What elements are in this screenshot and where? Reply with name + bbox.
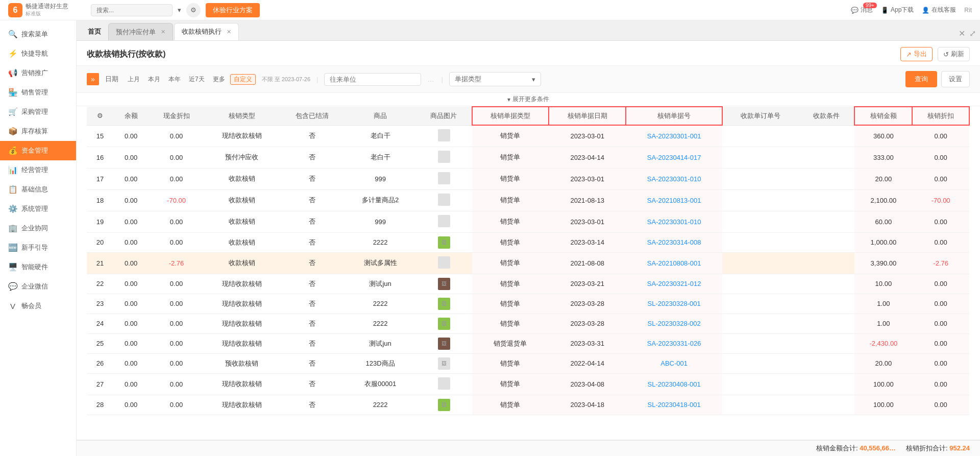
cell-goods: 999 [345,168,416,189]
doc-no-link[interactable]: SA-20230331-026 [647,340,701,347]
cell-goods-img: 🖼 [416,232,472,252]
settings-gear-icon[interactable]: ⚙ [186,3,201,17]
cell-write-off-type: 现结收款核销 [204,274,280,294]
industry-solution-button[interactable]: 休验行业方案 [206,3,260,17]
cell-write-off-type: 预付冲应收 [204,147,280,168]
filter-settings-button[interactable]: 设置 [941,71,970,87]
top-search-input[interactable] [91,4,173,16]
marketing-icon: 📢 [8,68,17,78]
cell-cash-discount: 0.00 [149,147,204,168]
cell-receipt-no [722,373,798,395]
doc-no-link[interactable]: SA-20230301-001 [647,132,701,140]
partner-filter-input[interactable] [324,73,421,86]
cell-doc-type: 销货单 [472,125,549,147]
cell-discount: 0.00 [912,333,969,353]
date-custom-btn[interactable]: 自定义 [230,74,256,85]
app-download-button[interactable]: 📱 App下载 [881,6,914,14]
tab-collection[interactable]: 收款核销执行 ✕ [174,23,239,40]
tab-home[interactable]: 首页 [81,23,108,40]
cell-doc-type: 销货单 [472,147,549,168]
doc-no-link[interactable]: SA-20230314-008 [647,238,701,246]
cell-receipt-no [722,211,798,232]
col-header-balance: 余额 [113,107,149,125]
col-header-gear[interactable]: ⚙ [87,107,113,125]
sidebar-item-hardware[interactable]: 🖥️ 智能硬件 [0,257,76,277]
doc-no-link[interactable]: SA-20230321-012 [647,280,701,287]
sidebar-item-marketing[interactable]: 📢 营销推广 [0,63,76,83]
sidebar-item-guide[interactable]: 🆕 新手引导 [0,238,76,257]
tab-prepay[interactable]: 预付冲应付单 ✕ [108,23,173,40]
expand-more-bar[interactable]: ▾ 展开更多条件 [77,93,980,106]
message-count-badge: 99+ [863,3,877,8]
sidebar-item-sales[interactable]: 🏪 销售管理 [0,83,76,102]
sidebar-item-finance[interactable]: 💰 资金管理 [0,141,76,160]
cell-goods-img [416,373,472,395]
cell-write-off-type: 现结收款核销 [204,373,280,395]
doc-no-link[interactable]: SA-20230301-010 [647,175,701,183]
sidebar-item-basic[interactable]: 📋 基础信息 [0,180,76,199]
doc-no-link[interactable]: SA-20230414-017 [647,154,701,161]
doc-no-link[interactable]: ABC-001 [660,359,688,367]
tab-expand-icon[interactable]: ⤢ [969,29,976,38]
cell-discount: 0.00 [912,353,969,373]
tab-prepay-close-icon[interactable]: ✕ [161,29,165,35]
cell-amount: 60.00 [854,211,912,232]
cell-write-off-type: 收款核销 [204,232,280,252]
date-this-month-btn[interactable]: 本月 [145,74,163,85]
sidebar-item-search[interactable]: 🔍 搜索菜单 [0,25,76,44]
date-more-btn[interactable]: 更多 [210,74,228,85]
cell-doc-type: 销货单 [472,353,549,373]
cell-goods: 2222 [345,395,416,415]
top-bar-right: 💬 消息 99+ 📱 App下载 👤 在线客服 Rit [851,6,972,14]
doc-no-link[interactable]: SA-20210808-001 [647,259,701,267]
doc-type-filter-select[interactable]: 单据类型 ▾ [449,72,541,86]
sidebar-item-operation[interactable]: 📊 经营管理 [0,160,76,180]
cell-doc-no: SA-20230301-001 [626,125,722,147]
tab-collection-close-icon[interactable]: ✕ [227,29,231,35]
date-last-7-days-btn[interactable]: 近7天 [186,74,208,85]
message-button[interactable]: 💬 消息 99+ [851,6,873,14]
doc-no-link[interactable]: SA-20230301-010 [647,218,701,226]
sidebar-item-wechat-label: 企业微信 [21,282,48,291]
dropdown-arrow-icon[interactable]: ▾ [178,6,181,14]
doc-no-link[interactable]: SA-20210813-001 [647,197,701,204]
cell-doc-no: SA-20230301-010 [626,168,722,189]
member-icon: V [8,301,17,310]
cell-cash-discount: 0.00 [149,125,204,147]
cell-goods: 测试多属性 [345,252,416,274]
sidebar-item-inventory[interactable]: 📦 库存核算 [0,122,76,141]
table-row: 25 0.00 0.00 现结收款核销 否 测试jun 🖼 销货退货单 2023… [87,333,969,353]
cell-balance: 0.00 [113,294,149,314]
user-name[interactable]: Rit [964,7,972,14]
doc-no-link[interactable]: SL-20230408-001 [648,380,701,388]
doc-no-link[interactable]: SL-20230328-002 [648,320,701,327]
sidebar-item-finance-label: 资金管理 [21,146,48,155]
refresh-button[interactable]: ↺ 刷新 [938,47,970,61]
export-button[interactable]: ↗ 导出 [900,47,933,61]
sidebar-item-wechat[interactable]: 💬 企业微信 [0,277,76,296]
sidebar-item-corp[interactable]: 🏢 企业协同 [0,219,76,238]
cell-doc-no: SA-20210808-001 [626,252,722,274]
sidebar-item-shortcut[interactable]: ⚡ 快捷导航 [0,44,76,63]
cell-amount: 1,000.00 [854,232,912,252]
cell-included: 否 [279,294,345,314]
tab-bar: 首页 预付冲应付单 ✕ 收款核销执行 ✕ ✕ ⤢ [77,20,980,41]
filter-expand-button[interactable]: » [87,73,99,85]
cell-amount: -2,430.00 [854,333,912,353]
doc-no-link[interactable]: SL-20230328-001 [648,300,701,307]
cell-goods-img [416,147,472,168]
date-last-month-btn[interactable]: 上月 [125,74,143,85]
cell-goods: 123D商品 [345,353,416,373]
operation-icon: 📊 [8,165,17,175]
sidebar-item-purchase[interactable]: 🛒 采购管理 [0,102,76,122]
cell-receipt-no [722,252,798,274]
table-row: 17 0.00 0.00 收款核销 否 999 销货单 2023-03-01 S… [87,168,969,189]
tab-close-window-icon[interactable]: ✕ [959,29,965,38]
online-service-button[interactable]: 👤 在线客服 [922,6,956,14]
sidebar-item-system[interactable]: ⚙️ 系统管理 [0,199,76,219]
date-this-year-btn[interactable]: 本年 [165,74,184,85]
query-button[interactable]: 查询 [905,71,937,87]
doc-no-link[interactable]: SL-20230418-001 [648,401,701,409]
sidebar-item-member[interactable]: V 畅会员 [0,296,76,316]
cell-discount: -2.76 [912,252,969,274]
